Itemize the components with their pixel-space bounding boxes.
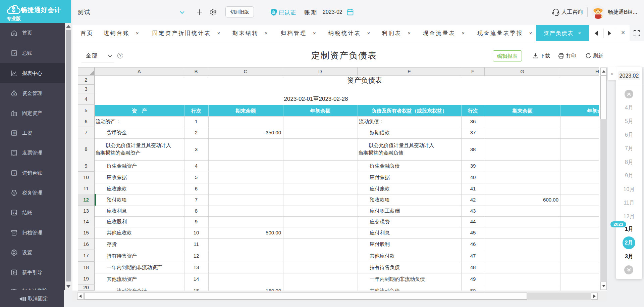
- svg-text:¥: ¥: [13, 92, 15, 95]
- svg-text:¥: ¥: [12, 211, 14, 214]
- svg-text:¥: ¥: [13, 51, 16, 55]
- svg-text:¥: ¥: [13, 172, 15, 175]
- svg-text:企: 企: [272, 10, 276, 14]
